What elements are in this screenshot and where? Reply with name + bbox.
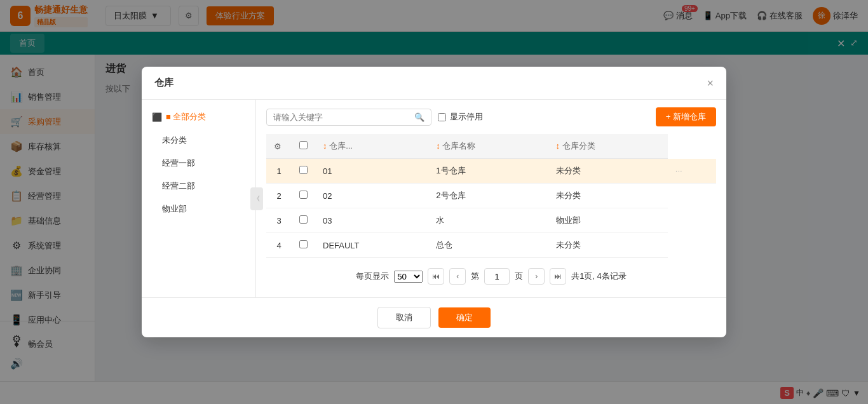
row-num: 2 [276, 191, 281, 201]
category-item-未分类[interactable]: 未分类 [142, 129, 255, 152]
confirm-button[interactable]: 确定 [438, 307, 491, 328]
page-next-button[interactable]: › [528, 268, 545, 285]
modal-title: 仓库 [154, 77, 173, 89]
search-icon: 🔍 [414, 112, 424, 122]
col-name-header: ↕ 仓库名称 [428, 134, 548, 159]
col-category-header: ↕ 仓库分类 [548, 134, 668, 159]
category-item-物业部[interactable]: 物业部 [142, 198, 255, 220]
grid-icon: ⬛ [152, 112, 162, 122]
row-checkbox[interactable] [299, 191, 308, 199]
table-row[interactable]: 4 DEFAULT 总仓 未分类 [266, 233, 716, 258]
category-item-经营一部[interactable]: 经营一部 [142, 152, 255, 175]
select-all-checkbox[interactable] [299, 141, 308, 149]
page-last-button[interactable]: ⏭ [550, 268, 566, 285]
page-number-input[interactable] [484, 268, 510, 285]
cancel-button[interactable]: 取消 [377, 307, 431, 328]
search-box: 🔍 [266, 109, 431, 126]
new-warehouse-button[interactable]: + 新增仓库 [656, 107, 716, 126]
modal-body: ⬛ ■ 全部分类 未分类经营一部经营二部物业部 《 🔍 [142, 100, 726, 297]
search-input[interactable] [273, 112, 410, 122]
all-categories-item[interactable]: ⬛ ■ 全部分类 [142, 105, 255, 129]
row-checkbox[interactable] [299, 215, 308, 224]
table-header-row: ⚙ ↕ 仓库... ↕ [266, 134, 716, 159]
row-checkbox[interactable] [299, 240, 308, 248]
collapse-button[interactable]: 《 [250, 187, 263, 210]
table-toolbar: 🔍 显示停用 + 新增仓库 [266, 107, 716, 126]
warehouse-modal: 仓库 × ⬛ ■ 全部分类 未分类经营一部经营二部物业部 《 [142, 67, 726, 337]
row-checkbox[interactable] [299, 166, 308, 174]
modal-close-button[interactable]: × [707, 77, 714, 89]
category-sidebar: ⬛ ■ 全部分类 未分类经营一部经营二部物业部 《 [142, 100, 256, 297]
row-dots-icon: ··· [675, 166, 682, 175]
table-row[interactable]: 3 03 水 物业部 [266, 208, 716, 233]
table-container: ⚙ ↕ 仓库... ↕ [266, 134, 716, 258]
row-num: 3 [276, 216, 281, 226]
page-prev-button[interactable]: ‹ [449, 268, 466, 285]
table-row[interactable]: 2 02 2号仓库 未分类 [266, 184, 716, 208]
category-item-经营二部[interactable]: 经营二部 [142, 175, 255, 198]
warehouse-table: ⚙ ↕ 仓库... ↕ [266, 134, 716, 258]
col-checkbox-header [292, 134, 315, 159]
col-code-header: ↕ 仓库... [315, 134, 428, 159]
table-area: 🔍 显示停用 + 新增仓库 ⚙ [256, 100, 726, 297]
per-page-select[interactable]: 501020100 [394, 271, 423, 283]
table-row[interactable]: 1 01 1号仓库 未分类 ··· [266, 159, 716, 184]
show-disabled-toggle[interactable]: 显示停用 [438, 111, 483, 123]
modal-header: 仓库 × [142, 67, 726, 100]
page-first-button[interactable]: ⏮ [428, 268, 444, 285]
col-settings-header: ⚙ [266, 134, 292, 159]
show-disabled-checkbox[interactable] [438, 113, 446, 121]
pagination: 每页显示 501020100 ⏮ ‹ 第 页 › ⏭ 共1页, 4条记录 [266, 258, 716, 290]
row-num: 1 [276, 166, 281, 176]
modal-overlay: 仓库 × ⬛ ■ 全部分类 未分类经营一部经营二部物业部 《 [0, 0, 868, 404]
modal-footer: 取消 确定 [142, 297, 726, 337]
row-num: 4 [276, 241, 281, 250]
